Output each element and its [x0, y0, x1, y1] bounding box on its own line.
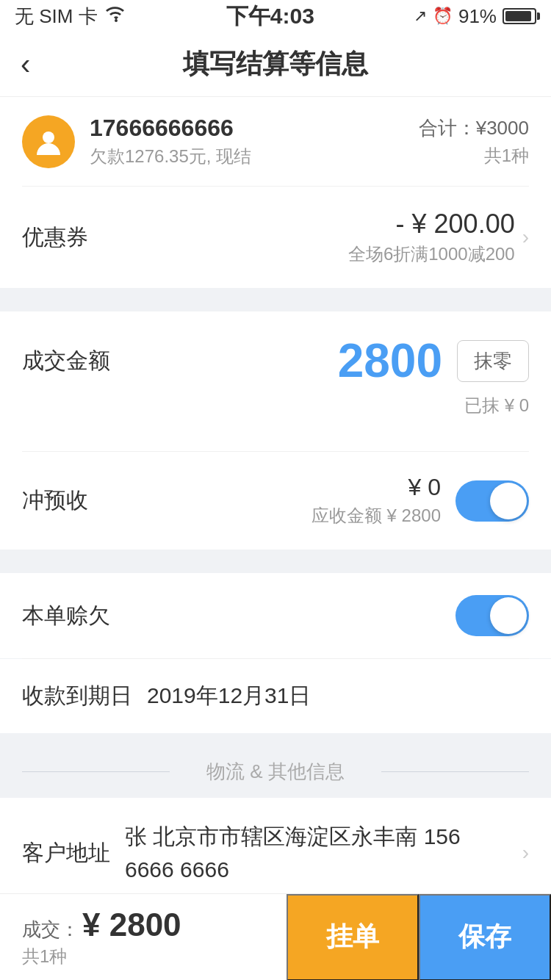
- customer-phone: 17666666666: [90, 115, 251, 142]
- prepay-amount: ¥ 0: [311, 474, 441, 501]
- customer-sub: 欠款1276.35元, 现结: [90, 145, 251, 168]
- save-button[interactable]: 保存: [419, 894, 551, 981]
- carrier-text: 无 SIM 卡: [15, 4, 98, 29]
- section-gap-2: [0, 561, 551, 573]
- bottom-summary: 成交： ¥ 2800 共1种: [0, 907, 287, 968]
- total-count: 共1种: [419, 144, 529, 167]
- toggle-knob: [490, 483, 527, 519]
- round-button[interactable]: 抹零: [457, 340, 529, 382]
- bottom-deal-amount: ¥ 2800: [82, 907, 181, 943]
- coupon-label: 优惠券: [22, 223, 88, 253]
- bottom-bar: 成交： ¥ 2800 共1种 挂单 保存: [0, 893, 551, 980]
- bottom-deal-row: 成交： ¥ 2800: [22, 907, 264, 943]
- deal-label: 成交金额: [22, 346, 110, 376]
- chevron-right-icon: ›: [522, 226, 529, 249]
- due-date-label: 收款到期日: [22, 681, 132, 711]
- prepay-toggle[interactable]: [455, 480, 529, 522]
- coupon-row[interactable]: 优惠券 - ¥ 200.00 全场6折满1000减200 ›: [0, 187, 551, 288]
- prepay-label: 冲预收: [22, 486, 88, 516]
- deal-amount-value: 2800: [338, 334, 442, 388]
- avatar: [22, 115, 75, 168]
- deal-right: 2800 抹零: [338, 334, 529, 388]
- address-chevron-icon: ›: [522, 841, 529, 865]
- logistics-header: 物流 & 其他信息: [0, 745, 551, 798]
- deal-amount-card: 成交金额 2800 抹零 已抹 ¥ 0 冲预收 ¥ 0 应收金额 ¥ 2800: [0, 311, 551, 550]
- customer-row: 17666666666 欠款1276.35元, 现结 合计：¥3000 共1种: [0, 97, 551, 186]
- alarm-icon: ⏰: [433, 7, 453, 26]
- battery-icon: [503, 8, 536, 24]
- status-right: ↗ ⏰ 91%: [414, 5, 536, 28]
- nav-bar: ‹ 填写结算等信息: [0, 32, 551, 97]
- status-left: 无 SIM 卡: [15, 4, 127, 29]
- address-row[interactable]: 客户地址 张 北京市市辖区海淀区永丰南 156 6666 6666 ›: [0, 798, 551, 908]
- due-date-value: 2019年12月31日: [147, 681, 311, 711]
- customer-total: 合计：¥3000 共1种: [419, 115, 529, 167]
- section-gap-1: [0, 300, 551, 311]
- battery-percent: 91%: [458, 5, 497, 28]
- status-bar: 无 SIM 卡 下午4:03 ↗ ⏰ 91%: [0, 0, 551, 32]
- hold-button[interactable]: 挂单: [287, 894, 419, 981]
- due-date-row: 收款到期日 2019年12月31日: [0, 659, 551, 733]
- svg-point-0: [43, 131, 54, 143]
- prepay-sub: 应收金额 ¥ 2800: [311, 504, 441, 527]
- logistics-label: 物流 & 其他信息: [206, 759, 345, 785]
- deal-amount-section: 成交金额 2800 抹零 已抹 ¥ 0: [0, 311, 551, 439]
- coupon-right: - ¥ 200.00 全场6折满1000减200 ›: [348, 209, 529, 266]
- own-debt-label: 本单赊欠: [22, 601, 110, 631]
- status-time: 下午4:03: [226, 1, 314, 32]
- logistics-line-left: [22, 771, 170, 772]
- deal-row: 成交金额 2800 抹零: [22, 334, 529, 388]
- customer-left: 17666666666 欠款1276.35元, 现结: [22, 115, 251, 168]
- section-gap-3: [0, 733, 551, 745]
- address-label: 客户地址: [22, 838, 110, 868]
- customer-info: 17666666666 欠款1276.35元, 现结: [90, 115, 251, 168]
- customer-card: 17666666666 欠款1276.35元, 现结 合计：¥3000 共1种 …: [0, 97, 551, 288]
- logistics-line-right: [381, 771, 529, 772]
- location-icon: ↗: [414, 7, 427, 26]
- address-value: 张 北京市市辖区海淀区永丰南 156 6666 6666: [125, 820, 515, 886]
- page-title: 填写结算等信息: [183, 46, 368, 82]
- prepay-right: ¥ 0 应收金额 ¥ 2800: [311, 474, 529, 527]
- bottom-deal-count: 共1种: [22, 945, 264, 968]
- coupon-desc: 全场6折满1000减200: [348, 242, 515, 266]
- own-debt-row: 本单赊欠: [0, 573, 551, 658]
- already-rounded: 已抹 ¥ 0: [22, 394, 529, 417]
- total-label: 合计：¥3000: [419, 115, 529, 141]
- back-button[interactable]: ‹: [21, 48, 30, 81]
- bottom-deal-label: 成交：: [22, 917, 79, 943]
- coupon-amount: - ¥ 200.00: [348, 209, 515, 239]
- prepay-amount-block: ¥ 0 应收金额 ¥ 2800: [311, 474, 441, 527]
- wifi-icon: [105, 5, 127, 28]
- own-debt-toggle-knob: [490, 597, 527, 634]
- own-debt-toggle[interactable]: [455, 595, 529, 636]
- prepay-row: 冲预收 ¥ 0 应收金额 ¥ 2800: [0, 452, 551, 550]
